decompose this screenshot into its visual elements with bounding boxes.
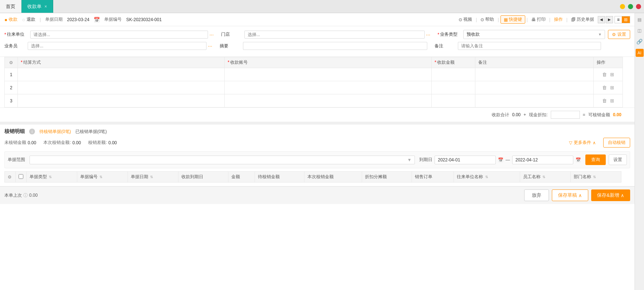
- form-row-2: 业务员 ··· 摘要 备注: [4, 42, 630, 50]
- print-button[interactable]: 🖶 打印: [529, 16, 548, 23]
- writeoff-info-icon[interactable]: i: [29, 129, 35, 134]
- save-new-dropdown-icon[interactable]: ∧: [621, 193, 624, 198]
- salesperson-more-button[interactable]: ···: [208, 43, 212, 49]
- calendar-icon[interactable]: 📅: [94, 17, 100, 23]
- gear-icon-bottom[interactable]: ⚙: [8, 175, 12, 180]
- from-unit-input[interactable]: [30, 31, 208, 39]
- auto-writeoff-button[interactable]: 自动核销: [603, 138, 630, 148]
- doc-number-sort-icon[interactable]: ⇅: [99, 175, 102, 179]
- nav-prev[interactable]: ◀: [598, 16, 605, 23]
- settings-button[interactable]: ⚙ 设置: [608, 30, 630, 39]
- table-gear-header[interactable]: ⚙: [5, 57, 18, 68]
- date-from-input[interactable]: [435, 156, 496, 164]
- pending-tab[interactable]: 待核销单据(0笔): [39, 129, 71, 135]
- sidebar-btn-1[interactable]: ▤: [636, 16, 643, 23]
- row-2-account[interactable]: [225, 81, 432, 94]
- writeoff-section: 核销明细 i 待核销单据(0笔) 已核销单据(0笔) 未核销金额 0.00 本次…: [0, 122, 635, 186]
- discount-label: 现金折扣:: [529, 112, 547, 118]
- filter-icon: ▽: [569, 140, 572, 145]
- doc-number-header: 单据编号 ⇅: [77, 172, 128, 183]
- biz-type-value: 预收款: [467, 31, 597, 38]
- receipt-radio[interactable]: ● 收款: [4, 16, 17, 23]
- select-all-checkbox[interactable]: [19, 174, 23, 179]
- abandon-button[interactable]: 放弃: [524, 189, 549, 201]
- completed-tab[interactable]: 已核销单据(0笔): [75, 129, 107, 135]
- required-star-unit: *: [4, 32, 6, 37]
- remark-input[interactable]: [458, 42, 601, 50]
- row-2-method[interactable]: [18, 81, 225, 94]
- row-2-amount[interactable]: [432, 81, 475, 94]
- query-button[interactable]: 查询: [585, 154, 606, 165]
- sidebar-btn-4[interactable]: AI: [636, 49, 644, 57]
- row-3-delete-icon[interactable]: 🗑: [602, 98, 607, 103]
- shortcut-button[interactable]: ▦ 快捷键: [500, 15, 525, 24]
- row-3-account[interactable]: [225, 94, 432, 107]
- employee-sort-icon[interactable]: ⇅: [542, 175, 545, 179]
- row-2-remark[interactable]: [475, 81, 594, 94]
- active-tab-label: 收款单: [27, 3, 42, 10]
- tab-active[interactable]: 收款单 ×: [21, 0, 53, 13]
- diff-label: 核销差额:: [88, 140, 107, 146]
- discount-input[interactable]: [551, 111, 580, 119]
- sidebar-btn-3[interactable]: 🔗: [636, 38, 643, 45]
- window-maximize-button[interactable]: [628, 4, 633, 9]
- video-button[interactable]: ⊙ 视频: [456, 16, 474, 23]
- grid-view-button[interactable]: ⊞: [622, 16, 630, 23]
- biz-type-select[interactable]: 预收款 ▼: [463, 30, 605, 39]
- row-3-actions: 🗑 ⊞: [594, 94, 623, 107]
- nav-next[interactable]: ▶: [606, 16, 613, 23]
- row-3-copy-icon[interactable]: ⊞: [610, 98, 614, 103]
- unit-name-sort-icon[interactable]: ⇅: [485, 175, 488, 179]
- row-1-remark[interactable]: [475, 68, 594, 81]
- range-select[interactable]: ▼: [30, 156, 415, 164]
- doc-type-sort-icon[interactable]: ⇅: [49, 175, 52, 179]
- this-order-value: 0.00: [29, 193, 38, 198]
- discount-header: 折扣分摊额: [362, 172, 412, 183]
- remark-field: 备注: [435, 42, 601, 50]
- store-more-button[interactable]: ···: [426, 32, 431, 38]
- video-icon: ⊙: [459, 17, 462, 22]
- more-conditions-button[interactable]: ▽ 更多条件 ∧: [569, 140, 596, 146]
- from-unit-more-button[interactable]: ···: [209, 32, 214, 38]
- salesperson-input[interactable]: [28, 42, 207, 50]
- operation-button[interactable]: 操作: [552, 16, 565, 23]
- tab-close-icon[interactable]: ×: [44, 4, 47, 9]
- row-3-amount[interactable]: [432, 94, 475, 107]
- doc-date-sort-icon[interactable]: ⇅: [150, 175, 153, 179]
- row-num-1: 1: [5, 68, 18, 81]
- row-3-method[interactable]: [18, 94, 225, 107]
- help-button[interactable]: ⊙ 帮助: [478, 16, 496, 23]
- row-1-copy-icon[interactable]: ⊞: [610, 72, 614, 77]
- row-2-copy-icon[interactable]: ⊞: [610, 85, 614, 90]
- bottom-action-bar: 本单上次 ⓘ 0.00 放弃 保存草稿 ∧ 保存&新增 ∧: [0, 186, 635, 204]
- window-close-button[interactable]: [636, 4, 641, 9]
- date-to-icon[interactable]: 📅: [576, 157, 581, 162]
- row-1-amount[interactable]: [432, 68, 475, 81]
- row-1-method[interactable]: [18, 68, 225, 81]
- summary-input[interactable]: [243, 42, 428, 50]
- this-order-label: 本单上次: [4, 192, 22, 199]
- refund-radio[interactable]: ○ 退款: [22, 16, 35, 23]
- list-view-button[interactable]: ≡: [615, 16, 622, 23]
- window-minimize-button[interactable]: [620, 4, 625, 9]
- receipt-due-header: 收款到期日: [178, 172, 228, 183]
- dept-sort-icon[interactable]: ⇅: [593, 175, 596, 179]
- store-input[interactable]: [244, 31, 425, 39]
- row-3-remark[interactable]: [475, 94, 594, 107]
- sidebar-btn-2[interactable]: ◫: [636, 27, 643, 34]
- tab-bar: 首页 收款单 ×: [0, 0, 644, 13]
- save-draft-button[interactable]: 保存草稿 ∧: [552, 189, 588, 201]
- row-2-actions: 🗑 ⊞: [594, 81, 623, 94]
- save-new-button[interactable]: 保存&新增 ∧: [591, 189, 630, 201]
- history-button[interactable]: 🗐 历史单据: [569, 16, 596, 23]
- this-order-info-icon[interactable]: ⓘ: [23, 192, 28, 199]
- save-draft-dropdown-icon[interactable]: ∧: [578, 193, 582, 198]
- date-to-input[interactable]: [512, 156, 573, 164]
- date-from-icon[interactable]: 📅: [498, 157, 503, 162]
- row-1-delete-icon[interactable]: 🗑: [602, 72, 607, 77]
- this-writeoff-label: 本次核销金额:: [43, 140, 71, 146]
- filter-settings-button[interactable]: 设置: [609, 154, 627, 165]
- row-2-delete-icon[interactable]: 🗑: [602, 85, 607, 90]
- tab-home[interactable]: 首页: [0, 0, 21, 13]
- row-1-account[interactable]: [225, 68, 432, 81]
